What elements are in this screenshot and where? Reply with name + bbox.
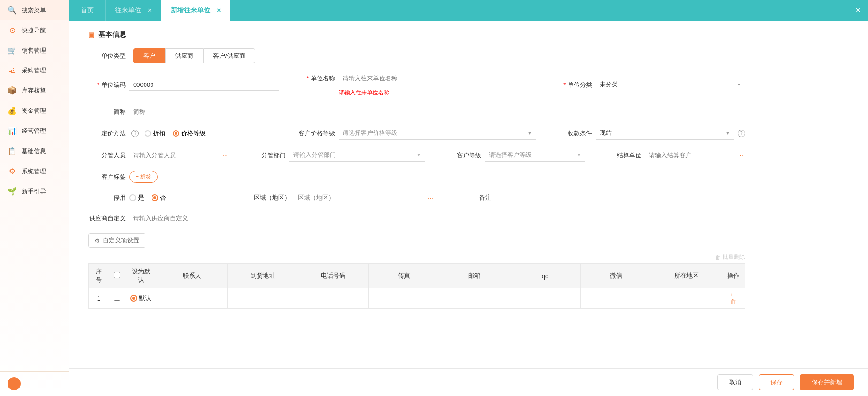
payment-terms-select[interactable]: 现结 ▼ <box>596 127 734 140</box>
short-name-input[interactable] <box>129 106 290 117</box>
pricing-radio-group: 折扣 价格等级 <box>145 129 206 138</box>
tab-new-partner[interactable]: 新增往来单位 × <box>161 0 230 21</box>
customer-price-level-group: 客户价格等级 请选择客户价格等级 ▼ <box>297 127 536 140</box>
payment-help-icon[interactable]: ? <box>738 130 745 137</box>
table-header-row: 序号 设为默认 联系人 到货地址 电话号码 传真 邮箱 qq 微信 所在地区 操… <box>89 264 745 288</box>
sidebar-item-search[interactable]: 🔍 搜索菜单 <box>0 0 69 20</box>
unit-code-input[interactable] <box>129 79 279 91</box>
customer-level-select[interactable]: 请选择客户等级 ▼ <box>485 149 585 162</box>
sidebar-item-inventory[interactable]: 📦 库存核算 <box>0 80 69 101</box>
settlement-unit-input[interactable] <box>645 150 732 161</box>
unit-btn-both[interactable]: 客户/供应商 <box>203 48 255 63</box>
section-title: ▣ 基本信息 <box>88 30 745 39</box>
tab-home[interactable]: 首页 <box>69 0 106 21</box>
disabled-radio-group: 是 否 <box>129 194 166 202</box>
batch-delete-icon: 🗑 <box>715 254 721 261</box>
region-more-icon[interactable]: ··· <box>426 194 435 202</box>
fax-input[interactable] <box>373 295 434 302</box>
form-row-pricing: 定价方法 ? 折扣 价格等级 <box>88 127 745 140</box>
manager-more-icon[interactable]: ··· <box>221 152 229 159</box>
pricing-level[interactable]: 价格等级 <box>173 129 206 138</box>
department-label: 分管部门 <box>248 151 286 160</box>
settings-icon: ⚙ <box>94 237 100 244</box>
settlement-more-icon[interactable]: ··· <box>736 152 745 159</box>
phone-input[interactable] <box>303 295 364 302</box>
row-checkbox[interactable] <box>114 295 120 301</box>
unit-name-input[interactable] <box>339 73 536 84</box>
custom-settings-button[interactable]: ⚙ 自定义项设置 <box>88 233 145 248</box>
sidebar: 🔍 搜索菜单 ⊙ 快捷导航 🛒 销售管理 🛍 采购管理 📦 库存核算 💰 资金管… <box>0 0 69 396</box>
add-row-btn[interactable]: + <box>730 291 733 298</box>
tab-partners[interactable]: 往来单位 × <box>106 0 161 21</box>
customer-level-group: 客户等级 请选择客户等级 ▼ <box>444 149 585 162</box>
tab-partners-close[interactable]: × <box>148 7 152 14</box>
manager-input[interactable] <box>129 150 217 161</box>
select-all-checkbox[interactable] <box>114 272 120 278</box>
unit-category-group: 单位分类 未分类 ▼ <box>555 78 745 91</box>
pricing-discount[interactable]: 折扣 <box>145 129 165 138</box>
cell-region[interactable] <box>651 288 722 309</box>
contact-input[interactable] <box>162 295 222 302</box>
sidebar-item-operations[interactable]: 📊 经营管理 <box>0 121 69 141</box>
wechat-input[interactable] <box>586 295 646 302</box>
cell-email[interactable] <box>439 288 510 309</box>
cell-fax[interactable] <box>369 288 439 309</box>
email-input[interactable] <box>444 295 504 302</box>
cell-wechat[interactable] <box>580 288 651 309</box>
cell-address[interactable] <box>228 288 298 309</box>
section-icon: ▣ <box>88 31 94 39</box>
customer-price-level-select[interactable]: 请选择客户价格等级 ▼ <box>339 127 536 140</box>
batch-delete-label[interactable]: 批量删除 <box>723 253 745 261</box>
sidebar-item-sales[interactable]: 🛒 销售管理 <box>0 40 69 61</box>
save-new-button[interactable]: 保存并新增 <box>800 374 854 390</box>
unit-btn-supplier[interactable]: 供应商 <box>165 48 203 63</box>
cell-qq[interactable] <box>510 288 580 309</box>
inventory-icon: 📦 <box>8 86 17 95</box>
customer-level-arrow: ▼ <box>577 153 581 158</box>
cell-checkbox <box>109 288 125 309</box>
delete-row-btn[interactable]: 🗑 <box>730 298 736 305</box>
save-button[interactable]: 保存 <box>759 374 794 390</box>
region-input[interactable] <box>294 192 422 203</box>
sidebar-item-basic[interactable]: 📋 基础信息 <box>0 141 69 161</box>
content-area: ▣ 基本信息 单位类型 客户 供应商 客户/供应商 单位编码 <box>69 21 868 368</box>
sales-icon: 🛒 <box>8 46 17 55</box>
address-input[interactable] <box>232 295 293 302</box>
supplier-custom-input[interactable] <box>129 213 276 224</box>
unit-name-group: 单位名称 请输入往来单位名称 <box>297 73 536 97</box>
customer-tag-label: 客户标签 <box>88 173 126 181</box>
unit-btn-customer[interactable]: 客户 <box>133 48 165 63</box>
form-row-1: 单位编码 单位名称 请输入往来单位名称 单位分类 未分类 ▼ <box>88 73 745 97</box>
qq-input[interactable] <box>515 295 576 302</box>
disabled-no[interactable]: 否 <box>152 194 166 202</box>
tab-new-partner-close[interactable]: × <box>217 7 221 14</box>
th-checkbox <box>109 264 125 288</box>
notes-input[interactable] <box>495 192 745 203</box>
unit-code-label: 单位编码 <box>88 81 126 89</box>
customer-price-level-text: 请选择客户价格等级 <box>343 129 525 137</box>
cell-phone[interactable] <box>298 288 368 309</box>
th-no: 序号 <box>89 264 109 288</box>
disabled-yes[interactable]: 是 <box>129 194 144 202</box>
region-label: 区域（地区） <box>253 194 290 202</box>
default-radio[interactable]: 默认 <box>130 294 152 303</box>
form-row-tag: 客户标签 + 标签 <box>88 171 745 183</box>
sidebar-item-purchase[interactable]: 🛍 采购管理 <box>0 61 69 80</box>
unit-category-select[interactable]: 未分类 ▼ <box>596 78 745 91</box>
tabbar-close-button[interactable]: × <box>848 6 868 16</box>
th-wechat: 微信 <box>580 264 651 288</box>
sidebar-item-system[interactable]: ⚙ 系统管理 <box>0 161 69 181</box>
pricing-help-icon[interactable]: ? <box>131 130 139 137</box>
customer-level-label: 客户等级 <box>444 151 481 160</box>
region-cell-input[interactable] <box>656 295 716 302</box>
payment-terms-arrow: ▼ <box>725 131 730 136</box>
sidebar-item-quicknav[interactable]: ⊙ 快捷导航 <box>0 20 69 40</box>
cell-contact[interactable] <box>157 288 227 309</box>
add-tag-button[interactable]: + 标签 <box>129 171 158 183</box>
sidebar-item-finance[interactable]: 💰 资金管理 <box>0 101 69 121</box>
quicknav-icon: ⊙ <box>8 26 17 35</box>
sidebar-item-newbie[interactable]: 🌱 新手引导 <box>0 181 69 202</box>
cancel-button[interactable]: 取消 <box>717 374 753 390</box>
department-select[interactable]: 请输入分管部门 ▼ <box>289 149 425 162</box>
th-region: 所在地区 <box>651 264 722 288</box>
